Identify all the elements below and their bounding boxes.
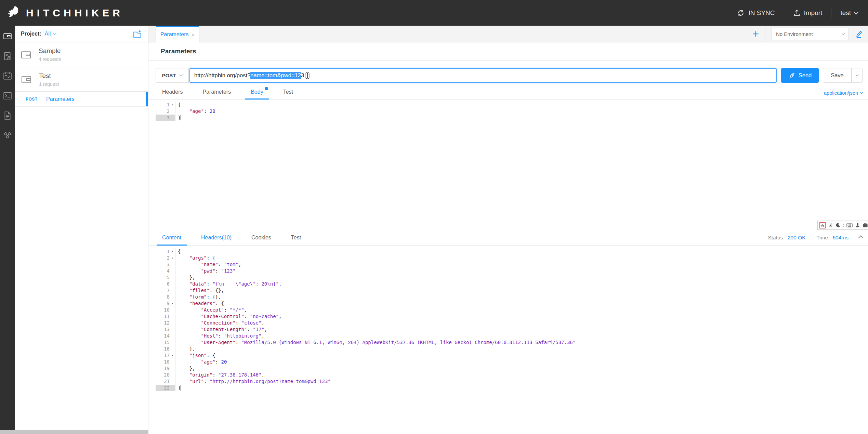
code-line: 3 "name": "tom", xyxy=(156,261,868,268)
fold-arrow-icon[interactable]: ▾ xyxy=(170,255,175,261)
code-line: 1▾{ xyxy=(156,248,868,255)
document-tab-bar: Parameters × + No Environment xyxy=(148,26,868,42)
english-mode-icon[interactable] xyxy=(828,223,833,228)
collection-item-sample[interactable]: Sample 4 requests xyxy=(15,42,148,67)
new-tab-button[interactable]: + xyxy=(752,29,759,39)
line-gutter: 1▾ xyxy=(156,102,175,108)
brand: HITCHHIKER xyxy=(8,6,123,20)
tab-label: Parameters xyxy=(202,89,231,95)
code-line: 2▾ "args": { xyxy=(156,255,868,261)
line-gutter: 2▾ xyxy=(156,255,175,261)
save-button[interactable]: Save xyxy=(823,68,852,83)
fold-arrow-icon[interactable]: ▾ xyxy=(170,300,175,307)
chevron-up-icon xyxy=(858,235,863,240)
line-gutter: 4 xyxy=(156,268,175,274)
sync-icon xyxy=(737,9,745,17)
line-gutter: 20 xyxy=(156,372,175,378)
line-gutter: 5 xyxy=(156,274,175,281)
sync-status[interactable]: IN SYNC xyxy=(737,9,775,17)
code-line: 15 "User-Agent": "Mozilla/5.0 (Windows N… xyxy=(156,339,868,346)
request-url-row: POST http://httpbin.org/post?name=tom&pw… xyxy=(156,68,863,83)
import-button[interactable]: Import xyxy=(793,9,823,17)
account-menu[interactable]: test xyxy=(840,9,858,17)
collection-name: Sample xyxy=(39,47,61,55)
line-gutter: 17▾ xyxy=(156,352,175,359)
time-value: 604ms xyxy=(832,235,849,241)
line-gutter: 6 xyxy=(156,281,175,287)
new-collection-button[interactable] xyxy=(133,30,142,38)
request-tab-headers[interactable]: Headers xyxy=(157,89,188,99)
fold-arrow-icon[interactable]: ▾ xyxy=(170,248,175,255)
chevron-down-icon xyxy=(854,10,858,14)
environment-select[interactable]: No Environment xyxy=(772,28,849,40)
request-item-parameters[interactable]: POST Parameters xyxy=(15,92,148,107)
line-gutter: 21 xyxy=(156,378,175,385)
tab-parameters[interactable]: Parameters × xyxy=(156,26,199,42)
tab-label: Body xyxy=(251,89,263,95)
code-line: 20 "origin": "27.38.178.146", xyxy=(156,372,868,378)
toolbox-icon[interactable] xyxy=(863,223,868,228)
line-gutter: 8 xyxy=(156,294,175,300)
collections-icon[interactable] xyxy=(3,32,12,41)
collection-item-test[interactable]: Test 1 request xyxy=(15,67,148,92)
api-collaboration-icon[interactable] xyxy=(3,52,12,61)
request-tab-body[interactable]: Body xyxy=(245,89,268,99)
divider xyxy=(765,26,765,42)
time-label: Time: xyxy=(816,235,829,241)
request-name: Parameters xyxy=(46,96,75,102)
document-icon[interactable] xyxy=(3,111,12,120)
request-tab-parameters[interactable]: Parameters xyxy=(197,89,236,99)
content-type-select[interactable]: application/json xyxy=(824,90,863,99)
response-tab-test[interactable]: Test xyxy=(286,235,306,245)
send-button[interactable]: Send xyxy=(781,68,819,83)
code-line: 18 "age": 20 xyxy=(156,359,868,365)
code-line: 3} xyxy=(156,115,868,121)
code-line: 13 "Content-Length": "17", xyxy=(156,326,868,333)
request-tab-test[interactable]: Test xyxy=(278,89,299,99)
save-options-button[interactable] xyxy=(852,68,863,83)
mock-hexagons-icon[interactable] xyxy=(3,131,12,140)
edit-environment-button[interactable] xyxy=(855,30,863,38)
collection-icon xyxy=(21,51,31,59)
schedule-icon[interactable] xyxy=(3,71,12,80)
request-body-editor[interactable]: 1▾{2 "age": 203} xyxy=(148,100,868,229)
panel-bottom-scrollbar[interactable] xyxy=(0,430,148,434)
response-tab-content[interactable]: Content xyxy=(157,235,187,245)
terminal-icon[interactable] xyxy=(3,91,12,100)
code-line: 12 "Connection": "close", xyxy=(156,320,868,326)
url-text: http://httpbin.org/post? xyxy=(194,72,250,79)
soft-keyboard-icon[interactable] xyxy=(846,223,853,228)
text-cursor-icon xyxy=(305,71,310,80)
fold-arrow-icon[interactable]: ▾ xyxy=(170,352,175,359)
project-filter-value: All xyxy=(45,31,51,37)
send-label: Send xyxy=(799,72,812,79)
method-select[interactable]: POST xyxy=(156,68,189,83)
url-input[interactable]: http://httpbin.org/post?name=tom&pwd=123 xyxy=(189,68,777,83)
request-tabs: Headers Parameters Body Test application… xyxy=(148,84,868,100)
response-tab-cookies[interactable]: Cookies xyxy=(246,235,277,245)
code-line: 16 }, xyxy=(156,346,868,352)
fold-arrow-icon[interactable]: ▾ xyxy=(170,102,175,108)
code-line: 11 "Cache-Control": "no-cache", xyxy=(156,313,868,320)
account-label: test xyxy=(840,9,851,17)
tab-label: Content xyxy=(162,235,181,240)
collection-meta: 4 requests xyxy=(39,56,61,62)
user-icon[interactable] xyxy=(855,223,860,228)
response-tab-headers[interactable]: Headers(10) xyxy=(196,235,237,245)
code-line: 22} xyxy=(156,385,868,391)
collapse-response-button[interactable] xyxy=(859,235,863,241)
chevron-down-icon xyxy=(53,31,56,35)
wubi-mode-icon[interactable] xyxy=(819,222,826,228)
response-content-editor[interactable]: 1▾{2▾ "args": {3 "name": "tom",4 "pwd": … xyxy=(148,246,868,391)
collection-icon xyxy=(21,75,31,83)
request-method-badge: POST xyxy=(26,97,42,102)
sync-label: IN SYNC xyxy=(748,9,775,17)
project-filter-select[interactable]: All xyxy=(45,31,56,37)
close-tab-icon[interactable]: × xyxy=(192,32,195,38)
code-line: 2 "age": 20 xyxy=(156,108,868,115)
night-mode-icon[interactable] xyxy=(836,223,841,228)
line-gutter: 3 xyxy=(156,115,175,121)
drag-dots[interactable] xyxy=(843,224,844,227)
tab-label: Test xyxy=(291,235,301,240)
code-line: 21 "url": "http://httpbin.org/post?name=… xyxy=(156,378,868,385)
